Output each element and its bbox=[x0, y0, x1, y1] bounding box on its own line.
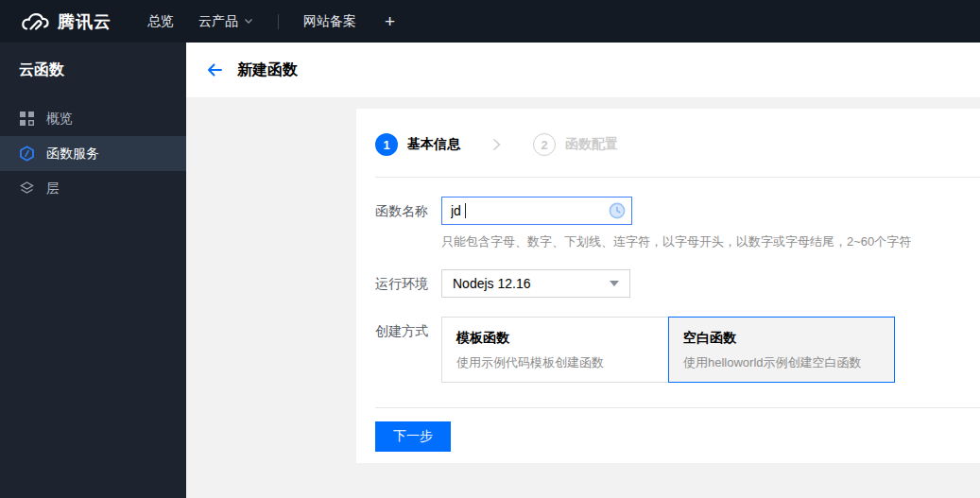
runtime-select[interactable]: Nodejs 12.16 bbox=[441, 269, 630, 298]
select-caret-icon bbox=[610, 281, 619, 286]
page-header: 新建函数 bbox=[186, 43, 980, 97]
nav-item-overview[interactable]: 总览 bbox=[147, 13, 174, 30]
layers-icon bbox=[19, 180, 35, 197]
function-name-input[interactable] bbox=[441, 197, 632, 225]
grid-icon bbox=[19, 111, 35, 127]
text-cursor bbox=[465, 203, 466, 218]
main-region: 新建函数 1 基本信息 2 函数配置 函数名称 bbox=[186, 43, 980, 498]
step-2-label: 函数配置 bbox=[565, 136, 618, 153]
top-navigation: 总览 云产品 网站备案 + bbox=[147, 12, 395, 30]
content-area: 1 基本信息 2 函数配置 函数名称 bbox=[186, 97, 980, 498]
sidebar-item-overview[interactable]: 概览 bbox=[0, 101, 186, 136]
function-hexagon-icon bbox=[19, 146, 35, 162]
function-name-label: 函数名称 bbox=[375, 197, 441, 250]
clock-icon bbox=[609, 202, 626, 223]
chevron-down-icon bbox=[244, 18, 253, 25]
basic-info-form: 函数名称 bbox=[356, 178, 980, 383]
step-1-indicator: 1 bbox=[375, 133, 398, 156]
sidebar-menu: 概览 函数服务 层 bbox=[0, 101, 186, 206]
runtime-label: 运行环境 bbox=[375, 269, 441, 298]
option-title: 空白函数 bbox=[683, 330, 880, 347]
create-function-card: 1 基本信息 2 函数配置 函数名称 bbox=[356, 109, 980, 463]
creation-method-label: 创建方式 bbox=[375, 317, 441, 383]
sidebar-item-label: 函数服务 bbox=[46, 146, 99, 163]
runtime-row: 运行环境 Nodejs 12.16 bbox=[375, 269, 980, 298]
function-name-hint: 只能包含字母、数字、下划线、连字符，以字母开头，以数字或字母结尾，2~60个字符 bbox=[441, 233, 911, 250]
creation-method-row: 创建方式 模板函数 使用示例代码模板创建函数 空白函数 使用helloworld… bbox=[375, 317, 980, 383]
back-arrow-icon[interactable] bbox=[206, 61, 223, 78]
option-description: 使用helloworld示例创建空白函数 bbox=[683, 354, 880, 371]
nav-item-icp-filing[interactable]: 网站备案 bbox=[303, 13, 356, 30]
option-description: 使用示例代码模板创建函数 bbox=[456, 354, 654, 371]
blank-function-option[interactable]: 空白函数 使用helloworld示例创建空白函数 bbox=[668, 317, 895, 383]
add-nav-button[interactable]: + bbox=[385, 12, 395, 30]
sidebar-item-label: 概览 bbox=[46, 111, 73, 128]
app-window: 腾讯云 总览 云产品 网站备案 + 云函数 bbox=[0, 0, 980, 498]
tencent-cloud-logo[interactable]: 腾讯云 bbox=[19, 10, 112, 33]
cloud-logo-icon bbox=[19, 10, 49, 33]
sidebar: 云函数 概览 bbox=[0, 43, 186, 498]
step-1-label: 基本信息 bbox=[407, 136, 460, 153]
nav-separator bbox=[278, 14, 279, 29]
chevron-right-icon bbox=[492, 138, 501, 151]
card-footer: 下一步 bbox=[356, 408, 980, 452]
sidebar-item-function-service[interactable]: 函数服务 bbox=[0, 136, 186, 171]
brand-name: 腾讯云 bbox=[58, 10, 112, 33]
sidebar-title: 云函数 bbox=[0, 60, 186, 80]
function-name-row: 函数名称 bbox=[375, 197, 980, 250]
step-2-indicator: 2 bbox=[533, 133, 556, 156]
topbar: 腾讯云 总览 云产品 网站备案 + bbox=[0, 0, 980, 43]
template-function-option[interactable]: 模板函数 使用示例代码模板创建函数 bbox=[441, 317, 668, 383]
wizard-steps: 1 基本信息 2 函数配置 bbox=[375, 133, 961, 156]
nav-item-cloud-products[interactable]: 云产品 bbox=[198, 13, 253, 30]
runtime-selected-value: Nodejs 12.16 bbox=[453, 276, 531, 291]
option-title: 模板函数 bbox=[456, 330, 654, 347]
sidebar-item-layers[interactable]: 层 bbox=[0, 171, 186, 206]
sidebar-item-label: 层 bbox=[46, 180, 60, 197]
next-step-button[interactable]: 下一步 bbox=[375, 421, 451, 452]
page-title: 新建函数 bbox=[237, 60, 298, 80]
